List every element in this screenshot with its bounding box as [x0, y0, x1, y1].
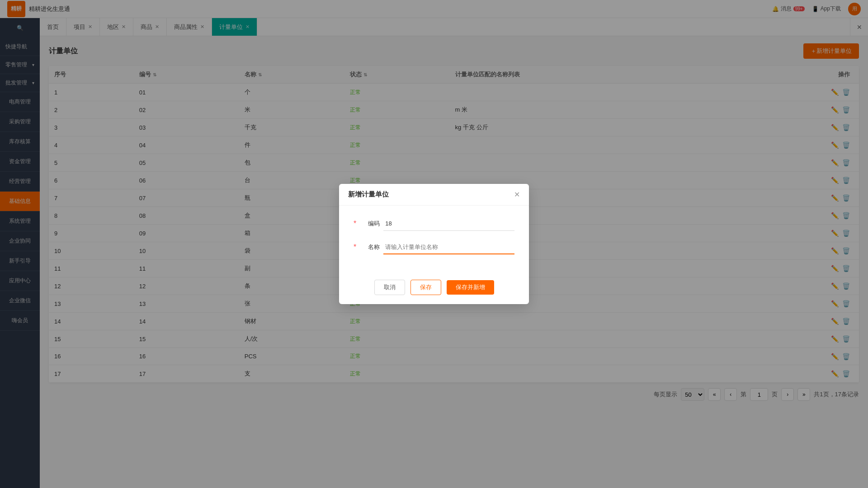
modal-overlay: 新增计量单位 ✕ * 编码 * 名称 取消 保存 保存并新增 — [0, 0, 868, 488]
form-row-code: * 编码 — [354, 216, 514, 231]
modal-title: 新增计量单位 — [348, 190, 389, 199]
save-button[interactable]: 保存 — [410, 280, 441, 295]
name-label: 名称 — [362, 243, 380, 251]
modal-body: * 编码 * 名称 — [339, 206, 529, 274]
name-input[interactable] — [383, 240, 514, 254]
modal-footer: 取消 保存 保存并新增 — [339, 274, 529, 304]
add-unit-modal: 新增计量单位 ✕ * 编码 * 名称 取消 保存 保存并新增 — [339, 184, 529, 304]
form-row-name: * 名称 — [354, 240, 514, 254]
required-star-code: * — [354, 220, 356, 228]
cancel-button[interactable]: 取消 — [374, 280, 405, 295]
code-input[interactable] — [383, 216, 514, 231]
modal-header: 新增计量单位 ✕ — [339, 184, 529, 206]
save-and-new-button[interactable]: 保存并新增 — [447, 280, 494, 295]
code-label: 编码 — [362, 220, 380, 228]
modal-close-btn[interactable]: ✕ — [514, 191, 520, 198]
required-star-name: * — [354, 243, 356, 251]
